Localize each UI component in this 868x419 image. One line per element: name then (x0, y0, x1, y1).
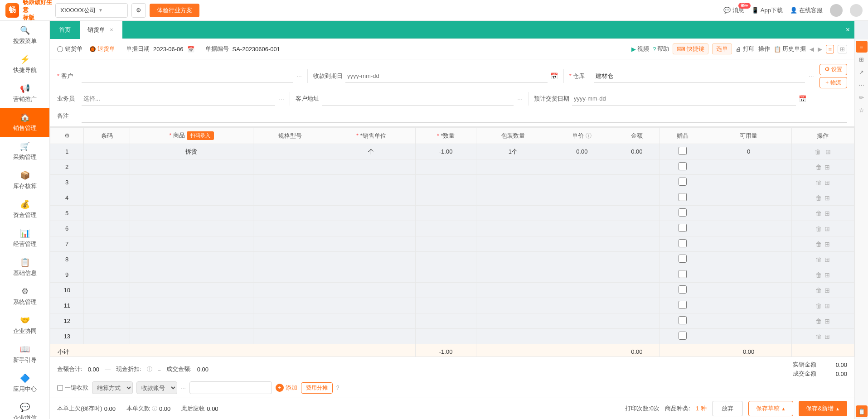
copy-btn[interactable]: ⊞ (823, 302, 831, 309)
settings-button[interactable]: ⚙ 设置 (820, 64, 847, 75)
row-unit-price-1[interactable]: 0.00 (550, 144, 614, 159)
avatar2[interactable] (850, 4, 863, 17)
logistics-button[interactable]: + 物流 (820, 77, 847, 88)
sidebar-item-search[interactable]: 🔍 搜索菜单 (0, 21, 49, 50)
right-panel-btn-edit[interactable]: ✏ (856, 92, 868, 103)
abandon-button[interactable]: 放弃 (712, 401, 743, 416)
sidebar-item-finance[interactable]: 💰 资金管理 (0, 195, 49, 224)
th-gear[interactable]: ⚙ (50, 128, 84, 144)
sidebar-item-purchase[interactable]: 🛒 采购管理 (0, 137, 49, 166)
toolbar-list-view[interactable]: ≡ (826, 45, 834, 53)
settlement-select[interactable]: 结算方式 (92, 381, 133, 394)
tab-close-right-icon[interactable]: × (846, 26, 850, 34)
salesman-dots[interactable]: ··· (279, 95, 284, 102)
sidebar-item-enterprise[interactable]: 🤝 企业协同 (0, 311, 49, 340)
sidebar-item-inventory[interactable]: 📦 库存核算 (0, 166, 49, 195)
toolbar-print-btn[interactable]: 🖨 打印 (736, 45, 755, 53)
row-pack-qty-1[interactable]: 1个 (476, 144, 550, 159)
copy-btn[interactable]: ⊞ (823, 179, 831, 186)
sidebar-item-wechat[interactable]: 💬 企业微信 (0, 398, 49, 419)
row-gift-1[interactable] (660, 144, 706, 159)
sidebar-item-system[interactable]: ⚙ 系统管理 (0, 282, 49, 311)
add-button[interactable]: + (276, 384, 284, 392)
right-panel-btn-list[interactable]: ≡ (856, 41, 868, 53)
amount-input[interactable] (189, 381, 272, 394)
copy-btn-1[interactable]: ⊞ (824, 148, 832, 155)
calendar-icon[interactable]: 📅 (187, 46, 194, 53)
copy-btn[interactable]: ⊞ (823, 225, 831, 232)
delete-btn[interactable]: 🗑 (814, 302, 823, 309)
warehouse-dots[interactable]: ··· (809, 72, 814, 80)
delete-btn[interactable]: 🗑 (814, 287, 823, 294)
toolbar-history-btn[interactable]: 📋 历史单据 (774, 45, 806, 53)
tab-home[interactable]: 首页 (50, 21, 80, 39)
copy-btn[interactable]: ⊞ (823, 210, 831, 217)
payment-date-calendar-icon[interactable]: 📅 (550, 72, 558, 80)
cash-discount-info[interactable]: ⓘ (147, 366, 152, 373)
right-panel-btn-more[interactable]: ⋯ (856, 79, 868, 91)
owe-info-icon[interactable]: ⓘ (152, 405, 157, 413)
save-new-chevron[interactable]: ▲ (835, 406, 840, 411)
customer-dots[interactable]: ··· (296, 72, 302, 80)
avatar[interactable] (830, 4, 843, 17)
toolbar-grid-view[interactable]: ⊞ (838, 45, 847, 53)
row-qty-1[interactable]: -1.00 (416, 144, 476, 159)
salesman-input[interactable] (82, 92, 275, 106)
fee-help-icon[interactable]: ? (336, 385, 339, 391)
quick-collect-checkbox[interactable]: 一键收款 (57, 384, 88, 392)
delete-btn[interactable]: 🗑 (814, 256, 823, 263)
tab-close-btn[interactable]: × (108, 26, 115, 34)
copy-btn[interactable]: ⊞ (823, 318, 831, 325)
toolbar-action-btn[interactable]: 操作 (758, 45, 770, 53)
sidebar-item-guide[interactable]: 📖 新手引导 (0, 340, 49, 369)
company-selector[interactable]: XXXXXX公司 ▼ (55, 3, 128, 18)
row-spec-1[interactable] (253, 144, 327, 159)
message-item[interactable]: 💬 消息 99+ (723, 6, 744, 14)
copy-btn[interactable]: ⊞ (823, 256, 831, 263)
online-service-item[interactable]: 👤 在线客服 (790, 6, 823, 14)
trial-button[interactable]: 体验行业方案 (150, 4, 199, 17)
unit-price-info-icon[interactable]: ⓘ (586, 132, 592, 139)
right-panel-btn-grid[interactable]: ⊞ (856, 53, 868, 65)
toolbar-video-btn[interactable]: ▶ 视频 (631, 45, 649, 53)
toolbar-nav-next[interactable]: ▶ (818, 46, 822, 53)
copy-btn[interactable]: ⊞ (823, 164, 831, 171)
delete-btn[interactable]: 🗑 (814, 225, 823, 232)
customer-input[interactable] (82, 69, 293, 83)
save-draft-button[interactable]: 保存草稿 ▲ (748, 401, 794, 416)
customer-address-dots[interactable]: ··· (517, 95, 523, 102)
account-select[interactable]: 收款账号 (136, 381, 177, 394)
delete-btn[interactable]: 🗑 (814, 179, 823, 186)
radio-sales[interactable]: 销货单 (57, 45, 82, 53)
radio-return[interactable]: 退货单 (90, 45, 115, 53)
copy-btn[interactable]: ⊞ (823, 287, 831, 294)
sidebar-item-operations[interactable]: 📊 经营管理 (0, 224, 49, 253)
app-download-item[interactable]: 📱 App下载 (752, 6, 783, 14)
sidebar-item-sales[interactable]: 🏠 销售管理 (0, 108, 49, 137)
tab-current[interactable]: 销货单 × (80, 21, 122, 39)
delete-btn[interactable]: 🗑 (814, 333, 823, 340)
delete-btn[interactable]: 🗑 (814, 241, 823, 248)
copy-btn[interactable]: ⊞ (823, 333, 831, 340)
row-unit-1[interactable]: 个 (327, 144, 415, 159)
account-dots[interactable]: ··· (181, 385, 186, 391)
right-panel-btn-star[interactable]: ☆ (856, 104, 868, 116)
expected-delivery-input[interactable] (572, 92, 796, 106)
toolbar-help-btn[interactable]: ? 帮助 (653, 45, 669, 53)
delete-btn[interactable]: 🗑 (814, 210, 823, 217)
warehouse-input[interactable] (594, 69, 805, 83)
customer-address-input[interactable] (322, 92, 514, 106)
sidebar-item-basics[interactable]: 📋 基础信息 (0, 253, 49, 282)
copy-btn[interactable]: ⊞ (823, 241, 831, 248)
toolbar-nav-prev[interactable]: ◀ (810, 46, 814, 53)
toolbar-select-btn[interactable]: 选单 (712, 43, 732, 54)
toolbar-shortcut-btn[interactable]: ⌨ 快捷键 (673, 43, 708, 54)
remarks-input[interactable] (82, 109, 847, 123)
delete-btn[interactable]: 🗑 (814, 164, 823, 171)
right-panel-btn-orange[interactable]: 📋 (856, 405, 868, 417)
fee-split-btn[interactable]: 费用分摊 (301, 382, 333, 394)
delete-btn-1[interactable]: 🗑 (813, 148, 822, 155)
delete-btn[interactable]: 🗑 (814, 194, 823, 202)
scan-btn[interactable]: 扫码录入 (187, 131, 214, 140)
sidebar-item-quick-nav[interactable]: ⚡ 快捷导航 (0, 50, 49, 79)
